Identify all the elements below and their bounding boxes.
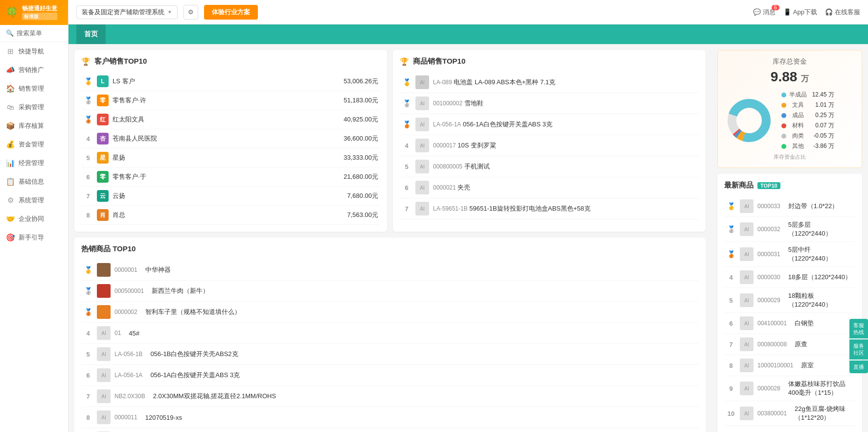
rank-avatar: 零 <box>97 171 109 183</box>
rank-number: 7 <box>83 393 93 400</box>
legend-item: 肉类 -0.05 万 <box>781 132 834 140</box>
online-service-label: 在线客服 <box>835 8 860 17</box>
sidebar-item-system[interactable]: ⚙ 系统管理 <box>0 191 68 210</box>
rank-number: 5 <box>83 154 93 162</box>
sidebar-item-label: 采购管理 <box>19 103 44 112</box>
settings-button[interactable]: ⚙ <box>183 5 198 20</box>
rank-number: 🥇 <box>83 266 93 274</box>
sidebar-item-quick-nav[interactable]: ⊞ 快捷导航 <box>0 42 68 61</box>
rank-number: 🥇 <box>83 77 93 85</box>
main-area: 装备及固定资产辅助管理系统 ▼ ⚙ 体验行业方案 💬 消息 6 📱 App下载 … <box>69 0 868 432</box>
legend-dot <box>781 134 786 139</box>
hot-product-item: 8 AI 0000011 12070519-xs <box>81 407 699 428</box>
service-community-button[interactable]: 服务社区 <box>849 339 868 360</box>
rank-avatar: 杏 <box>97 133 109 144</box>
product-rank-list: 🥇 AI LA-089 电池盖 LA-089 ABS本色+黑种 7.1克 🥈 A… <box>400 72 699 219</box>
product-image: AI <box>740 247 754 261</box>
rank-item: 🥉 红 红太阳文具 40,925.00元 <box>81 110 380 129</box>
online-service-button[interactable]: 🎧 在线客服 <box>825 8 860 17</box>
rank-name: 云扬 <box>113 192 343 200</box>
tab-home-label: 首页 <box>84 30 98 39</box>
product-info: 001000002 雪地鞋 <box>433 99 697 108</box>
basics-icon: 📋 <box>6 177 15 186</box>
rank-avatar: 零 <box>97 95 109 106</box>
system-name: 装备及固定资产辅助管理系统 <box>82 8 164 17</box>
rank-avatar: 星 <box>97 152 109 164</box>
rank-number: 7 <box>402 205 411 213</box>
hot-products-title: 热销商品 TOP10 <box>81 244 699 254</box>
headset-icon: 🎧 <box>825 8 833 16</box>
chevron-down-icon: ▼ <box>167 9 172 15</box>
hot-product-item: 🥈 000500001 新西兰牛肉（新牛） <box>81 281 699 302</box>
hot-product-item: 5 AI LA-056-1B 056-1B白色按键开关壳ABS2克 <box>81 344 699 365</box>
tab-home[interactable]: 首页 <box>76 24 106 44</box>
sidebar-item-label: 库存核算 <box>19 121 44 130</box>
message-button[interactable]: 💬 消息 6 <box>753 8 776 17</box>
content-area: 🏆 客户销售TOP10 🥇 L LS 客户 53,006.26元 🥈 零 <box>69 44 868 432</box>
new-product-item: 4 AI 0000030 18多层（1220*2440） <box>724 267 855 288</box>
hot-product-item: 7 AI NB2.0X30B 2.0X30MM双搓花轴,搓花直径2.1MM/RO… <box>81 386 699 407</box>
sidebar-item-operations[interactable]: 📊 经营管理 <box>0 154 68 172</box>
rank-value: 7,563.00元 <box>347 211 378 219</box>
search-icon: 🔍 <box>6 29 14 37</box>
rank-value: 21,680.00元 <box>343 172 378 181</box>
sidebar-item-sales[interactable]: 🏠 销售管理 <box>0 79 68 98</box>
legend-item: 文具 1.01 万 <box>781 101 834 109</box>
prod-rank-item: 🥈 AI 001000002 雪地鞋 <box>400 93 699 114</box>
sidebar-item-marketing[interactable]: 📣 营销推广 <box>0 61 68 79</box>
search-menu[interactable]: 🔍 搜索菜单 <box>0 25 68 42</box>
legend-dot <box>781 93 786 97</box>
product-info: LA-59651-1B 59651-1B旋转投影灯电池盒ABS黑色+58克 <box>433 204 697 213</box>
new-product-item: 7 AI 000800008 原查 <box>724 334 855 355</box>
product-image <box>97 263 111 277</box>
system-icon: ⚙ <box>6 196 15 205</box>
hot-product-item: 🥇 0000001 中华神器 <box>81 260 699 281</box>
new-products-title: 最新商品 TOP10 <box>724 181 855 190</box>
prod-rank-item: 6 AI 0000021 夹壳 <box>400 177 699 198</box>
sidebar-item-inventory[interactable]: 📦 库存核算 <box>0 117 68 135</box>
sidebar-item-purchase[interactable]: 🛍 采购管理 <box>0 98 68 117</box>
rank-name: LS 客户 <box>113 77 340 86</box>
app-download-button[interactable]: 📱 App下载 <box>783 8 817 17</box>
sidebar-item-collab[interactable]: 🤝 企业协同 <box>0 210 68 228</box>
inventory-title: 库存总资金 <box>725 57 855 66</box>
rank-name: 星扬 <box>113 153 340 162</box>
rank-number: 🥉 <box>83 116 93 123</box>
rank-number: 4 <box>83 135 93 143</box>
sidebar-item-basics[interactable]: 📋 基础信息 <box>0 172 68 191</box>
product-image: AI <box>97 347 111 361</box>
trophy-icon: 🏆 <box>400 57 409 66</box>
rank-name: 红太阳文具 <box>113 115 340 124</box>
customer-service-button[interactable]: 客服热线 <box>849 319 868 339</box>
legend-dot <box>781 123 786 128</box>
trial-button[interactable]: 体验行业方案 <box>204 5 258 20</box>
gear-icon: ⚙ <box>188 8 194 16</box>
rank-number: 10 <box>726 410 736 417</box>
system-selector[interactable]: 装备及固定资产辅助管理系统 ▼ <box>76 5 178 19</box>
mobile-icon: 📱 <box>783 8 791 16</box>
hot-product-item: 6 AI LA-056-1A 056-1A白色按键开关盖ABS 3克 <box>81 365 699 386</box>
product-image: AI <box>740 382 754 395</box>
legend-dot <box>781 103 786 108</box>
new-products-card: 最新商品 TOP10 🥇 AI 0000033 封边带（1.0*22） 🥈 AI… <box>717 174 862 432</box>
prod-rank-item: 5 AI 000800005 手机测试 <box>400 156 699 177</box>
rank-number: 7 <box>83 192 93 200</box>
product-image: AI <box>415 181 429 194</box>
new-product-item: 5 AI 0000029 18颗粒板（1220*2440） <box>724 288 855 313</box>
live-button[interactable]: 直播 <box>849 360 868 373</box>
product-image: AI <box>740 270 754 284</box>
sidebar-item-label: 企业协同 <box>19 215 44 223</box>
prod-rank-item: 4 AI 0000017 10S 变刹罗粱 <box>400 135 699 156</box>
sidebar-item-finance[interactable]: 💰 资金管理 <box>0 135 68 154</box>
message-badge: 6 <box>772 5 779 10</box>
sidebar-logo: 🍀 畅捷通好生意 标准版 <box>0 0 68 25</box>
sidebar-item-guide[interactable]: 🎯 新手引导 <box>0 228 68 247</box>
legend-item: 材料 0.07 万 <box>781 121 834 130</box>
product-info: 0000021 夹壳 <box>433 183 697 192</box>
rank-number: 8 <box>83 212 93 219</box>
hot-product-item: 🥉 0000002 智利车子里（规格不知道填什么） <box>81 302 699 323</box>
prod-rank-item: 7 AI LA-59651-1B 59651-1B旋转投影灯电池盒ABS黑色+5… <box>400 198 699 219</box>
product-image: AI <box>740 199 754 213</box>
legend-dot <box>781 113 786 118</box>
sidebar-item-label: 资金管理 <box>19 140 44 149</box>
